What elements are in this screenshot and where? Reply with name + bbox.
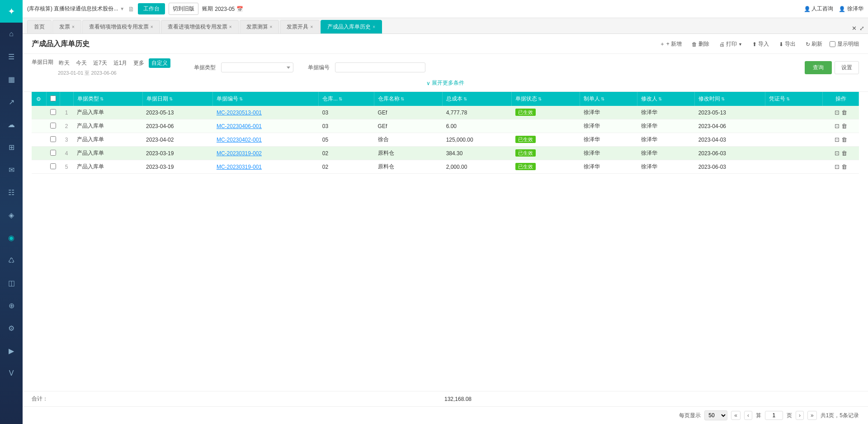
tab-invoice-issue[interactable]: 发票开具 × (280, 20, 320, 33)
tab-purchase-invoice-close[interactable]: × (229, 24, 232, 29)
per-page-select[interactable]: 50 100 (704, 410, 727, 420)
row-checkbox[interactable] (50, 109, 56, 115)
row-delete-icon[interactable]: 🗑 (841, 150, 847, 157)
row-number-link[interactable]: MC-20230402-001 (213, 133, 319, 147)
row-checkbox[interactable] (50, 123, 56, 129)
copy-icon[interactable]: 🗎 (128, 5, 134, 13)
last-page-button[interactable]: » (807, 411, 817, 420)
company-dropdown-icon[interactable]: ▼ (120, 6, 124, 11)
import-button[interactable]: ⬆ 导入 (750, 38, 772, 50)
sidebar-item-module4[interactable]: ☁ (0, 113, 23, 136)
export-button[interactable]: ⬇ 导出 (776, 38, 798, 50)
display-toggle-checkbox[interactable] (830, 41, 835, 47)
shortcut-today[interactable]: 今天 (74, 58, 89, 68)
refresh-button[interactable]: ↻ 刷新 (803, 38, 825, 50)
row-delete-icon[interactable]: 🗑 (841, 109, 847, 116)
row-edit-icon[interactable]: ⊡ (835, 123, 840, 129)
calendar-icon[interactable]: 📅 (236, 6, 243, 12)
next-page-button[interactable]: › (796, 411, 804, 420)
tab-invoice-calc[interactable]: 发票测算 × (240, 20, 279, 33)
sidebar-item-module8[interactable]: ◈ (0, 204, 23, 226)
row-edit-icon[interactable]: ⊡ (835, 163, 840, 170)
row-edit-icon[interactable]: ⊡ (835, 109, 840, 116)
col-select-all[interactable] (46, 92, 60, 106)
row-checkbox-cell[interactable] (46, 119, 60, 133)
shortcut-more[interactable]: 更多 (132, 58, 146, 68)
row-delete-icon[interactable]: 🗑 (841, 163, 847, 170)
row-checkbox[interactable] (50, 163, 56, 169)
col-warehouse-code[interactable]: 仓库...⇅ (319, 92, 374, 106)
display-toggle[interactable]: 显示明细 (830, 40, 859, 48)
app-logo[interactable]: ✦ (0, 0, 23, 23)
sidebar-item-version[interactable]: V (0, 362, 23, 385)
workbench-button[interactable]: 工作台 (138, 3, 165, 14)
tab-sales-invoice-close[interactable]: × (151, 24, 153, 29)
col-modify-time[interactable]: 修改时间⇅ (695, 92, 765, 106)
row-delete-icon[interactable]: 🗑 (841, 123, 847, 129)
sidebar-item-warehouse[interactable]: ◉ (0, 226, 23, 249)
company-selector[interactable]: (库存核算) 直播轻绿通信息技术股份... ▼ (27, 5, 124, 13)
row-delete-icon[interactable]: 🗑 (841, 136, 847, 143)
shortcut-yesterday[interactable]: 昨天 (57, 58, 71, 68)
sidebar-item-module2[interactable]: ▦ (0, 68, 23, 91)
col-date[interactable]: 单据日期⇅ (142, 92, 213, 106)
row-number-link[interactable]: MC-20230319-002 (213, 147, 319, 160)
tab-invoice-calc-close[interactable]: × (270, 24, 273, 29)
sidebar-item-module12[interactable]: ⊕ (0, 294, 23, 317)
sidebar-item-analytics[interactable]: ↗ (0, 91, 23, 113)
row-edit-icon[interactable]: ⊡ (835, 136, 840, 143)
tab-purchase-invoice[interactable]: 查看进项增值税专用发票 × (161, 20, 239, 33)
user-menu[interactable]: 👤 徐泽华 (839, 5, 863, 13)
tab-sales-invoice[interactable]: 查看销项增值税专用发票 × (82, 20, 160, 33)
shortcut-1month[interactable]: 近1月 (112, 58, 129, 68)
help-button[interactable]: 👤 人工咨询 (804, 5, 833, 13)
col-voucher[interactable]: 凭证号⇅ (765, 92, 822, 106)
tab-expand-icon[interactable]: ⤢ (859, 25, 864, 32)
expand-more-conditions[interactable]: ∨ 展开更多条件 (32, 79, 859, 87)
col-number[interactable]: 单据编号⇅ (213, 92, 319, 106)
query-button[interactable]: 查询 (805, 61, 832, 74)
sidebar-item-module10[interactable]: ♺ (0, 249, 23, 272)
sidebar-item-module5[interactable]: ⊞ (0, 136, 23, 158)
number-filter-input[interactable] (335, 62, 425, 72)
row-number-link[interactable]: MC-20230513-001 (213, 106, 319, 119)
col-total-cost[interactable]: 总成本⇅ (443, 92, 512, 106)
row-number-link[interactable]: MC-20230406-001 (213, 119, 319, 133)
page-number-input[interactable] (765, 411, 783, 420)
sidebar-item-module11[interactable]: ◫ (0, 272, 23, 294)
first-page-button[interactable]: « (731, 411, 741, 420)
switch-version-button[interactable]: 切到旧版 (169, 3, 198, 15)
col-modifier[interactable]: 修改人⇅ (637, 92, 695, 106)
sidebar-item-settings[interactable]: ⚙ (0, 317, 23, 339)
tab-invoice[interactable]: 发票 × (52, 20, 81, 33)
tab-product-inbound-history-close[interactable]: × (373, 24, 375, 29)
row-checkbox-cell[interactable] (46, 160, 60, 174)
tab-close-all-icon[interactable]: ✕ (852, 25, 857, 32)
sidebar-item-home[interactable]: ⌂ (0, 23, 23, 45)
col-status[interactable]: 单据状态⇅ (512, 92, 580, 106)
tab-invoice-issue-close[interactable]: × (310, 24, 313, 29)
row-checkbox[interactable] (50, 150, 56, 156)
shortcut-7days[interactable]: 近7天 (91, 58, 109, 68)
type-filter-select[interactable] (221, 62, 293, 72)
sidebar-item-messages[interactable]: ✉ (0, 158, 23, 181)
new-button[interactable]: ＋ + 新增 (657, 38, 684, 50)
col-type[interactable]: 单据类型⇅ (73, 92, 142, 106)
col-warehouse-name[interactable]: 仓库名称⇅ (374, 92, 443, 106)
print-button[interactable]: 🖨 打印 ▼ (717, 38, 745, 50)
col-creator[interactable]: 制单人⇅ (580, 92, 637, 106)
tab-product-inbound-history[interactable]: 产成品入库单历史 × (321, 20, 382, 33)
prev-page-button[interactable]: ‹ (744, 411, 752, 420)
row-number-link[interactable]: MC-20230319-001 (213, 160, 319, 174)
select-all-checkbox[interactable] (50, 95, 56, 101)
tab-invoice-close[interactable]: × (72, 24, 75, 29)
row-checkbox-cell[interactable] (46, 106, 60, 119)
delete-button[interactable]: 🗑 删除 (689, 38, 712, 50)
col-config[interactable]: ⚙ (32, 92, 46, 106)
row-edit-icon[interactable]: ⊡ (835, 150, 840, 157)
sidebar-item-media[interactable]: ▶ (0, 339, 23, 362)
row-checkbox-cell[interactable] (46, 147, 60, 160)
shortcut-custom[interactable]: 自定义 (149, 58, 170, 68)
tab-home[interactable]: 首页 (27, 20, 52, 33)
row-checkbox[interactable] (50, 136, 56, 142)
